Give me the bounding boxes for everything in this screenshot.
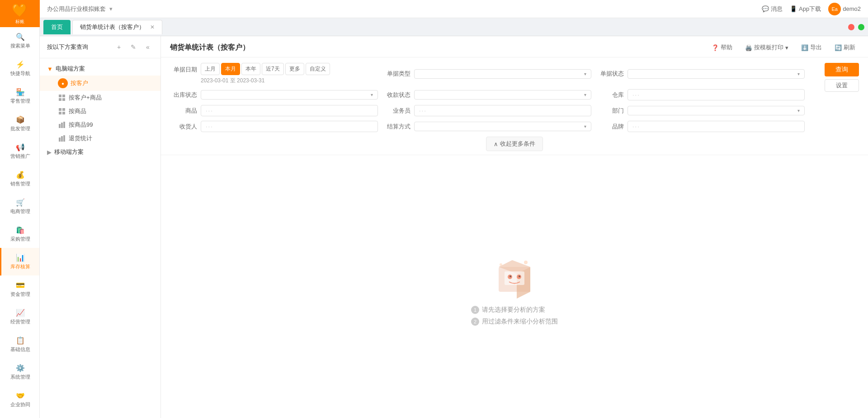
sidebar-item-operations[interactable]: 📈 经营管理 bbox=[0, 303, 39, 331]
date-btn-7days[interactable]: 近7天 bbox=[262, 63, 284, 75]
sidebar-item-cooperation[interactable]: 🤝 企业协同 bbox=[0, 386, 39, 413]
query-button[interactable]: 查询 bbox=[825, 63, 859, 76]
order-status-select[interactable]: ▾ bbox=[627, 69, 805, 79]
sidebar-item-ecommerce[interactable]: 🛒 电商管理 bbox=[0, 193, 39, 220]
empty-hint-2: 2 用过滤条件来缩小分析范围 bbox=[471, 318, 558, 326]
add-scheme-button[interactable]: + bbox=[113, 42, 124, 52]
settlement-arrow-icon: ▾ bbox=[584, 124, 586, 129]
print-dropdown-icon: ▾ bbox=[785, 44, 788, 51]
sidebar-item-retail[interactable]: 🏪 零售管理 bbox=[0, 82, 39, 110]
salesperson-input[interactable]: ··· bbox=[414, 105, 591, 116]
msg-button[interactable]: 💬 消息 bbox=[762, 5, 783, 13]
sidebar-label-quick-nav: 快捷导航 bbox=[10, 70, 30, 77]
tab-home[interactable]: 首页 bbox=[43, 20, 71, 34]
sidebar-label-purchase: 采购管理 bbox=[10, 236, 30, 242]
sidebar-item-search[interactable]: 🔍 搜索菜单 bbox=[0, 27, 39, 55]
tree-parent-mobile[interactable]: ▶ 移动端方案 bbox=[40, 145, 160, 159]
tree-child-by-customer-product[interactable]: 按客户+商品 bbox=[40, 91, 160, 104]
window-close-button[interactable]: ✕ bbox=[848, 24, 854, 30]
inventory-icon: 📊 bbox=[16, 253, 25, 262]
date-btn-last-month[interactable]: 上月 bbox=[201, 63, 220, 75]
date-btn-this-year[interactable]: 本年 bbox=[241, 63, 260, 75]
order-status-label: 单据状态 bbox=[597, 70, 624, 78]
brand-label: 品牌 bbox=[597, 123, 624, 131]
receiver-input[interactable]: ··· bbox=[201, 121, 378, 132]
grid-icon-2 bbox=[58, 107, 66, 115]
sidebar-label-cooperation: 企业协同 bbox=[10, 401, 30, 408]
sidebar-item-system[interactable]: ⚙️ 系统管理 bbox=[0, 358, 39, 386]
tree-arrow-pc: ▼ bbox=[47, 66, 53, 72]
tree-parent-pc-label: 电脑端方案 bbox=[56, 65, 85, 73]
order-type-arrow-icon: ▾ bbox=[584, 71, 586, 76]
edit-scheme-button[interactable]: ✎ bbox=[128, 42, 139, 52]
collapse-up-icon: ∧ bbox=[494, 141, 498, 147]
collapse-button[interactable]: ∧ 收起更多条件 bbox=[486, 137, 543, 151]
help-label: 帮助 bbox=[721, 43, 732, 52]
settings-button[interactable]: 设置 bbox=[825, 79, 859, 92]
receipt-status-select[interactable]: ▾ bbox=[414, 90, 591, 100]
order-type-filter-cell: 单据类型 ▾ bbox=[383, 63, 591, 85]
sidebar-item-wholesale[interactable]: 📦 批发管理 bbox=[0, 110, 39, 138]
tab-sales-stats[interactable]: 销货单统计表（按客户） ✕ bbox=[72, 20, 162, 34]
date-btn-this-month[interactable]: 本月 bbox=[221, 63, 240, 75]
order-type-select[interactable]: ▾ bbox=[414, 69, 591, 79]
out-status-select[interactable]: ▾ bbox=[201, 90, 378, 100]
svg-rect-6 bbox=[59, 112, 61, 114]
product-input[interactable]: ··· bbox=[201, 105, 378, 116]
tree-child-by-customer[interactable]: ● 按客户 bbox=[40, 76, 160, 91]
tree-parent-mobile-label: 移动端方案 bbox=[54, 148, 84, 156]
header-left: 办公用品行业模拟账套 ▾ bbox=[47, 5, 113, 13]
tree-child-by-product[interactable]: 按商品 bbox=[40, 104, 160, 118]
receiver-dots: ··· bbox=[206, 123, 213, 130]
sidebar-item-inventory[interactable]: 📊 库存核算 bbox=[0, 248, 39, 276]
refresh-button[interactable]: 🔄 刷新 bbox=[831, 42, 859, 53]
tree-child-return-stats[interactable]: 退货统计 bbox=[40, 132, 160, 145]
sidebar-item-purchase[interactable]: 🛍️ 采购管理 bbox=[0, 220, 39, 248]
basic-icon: 📋 bbox=[16, 336, 25, 345]
date-controls: 上月 本月 本年 近7天 更多 自定义 2023-03-01 至 2023-03… bbox=[201, 63, 330, 85]
main-container: 办公用品行业模拟账套 ▾ 💬 消息 📱 App下载 Ea demo2 首页 bbox=[40, 0, 868, 418]
department-select[interactable]: ▾ bbox=[627, 106, 805, 115]
page-title-bar: 销货单统计表（按客户） ❓ 帮助 🖨️ 按模板打印 ▾ ⬇️ 导出 bbox=[161, 36, 868, 57]
warehouse-input[interactable]: ··· bbox=[627, 89, 805, 100]
left-panel-actions: + ✎ « bbox=[113, 42, 153, 52]
svg-rect-4 bbox=[59, 108, 61, 111]
salesperson-dots: ··· bbox=[419, 107, 427, 114]
sidebar-item-marketing[interactable]: 📢 营销推广 bbox=[0, 138, 39, 165]
avatar: Ea bbox=[828, 3, 841, 15]
filter-section: 单据日期 上月 本月 本年 近7天 更多 自定义 2023-03-01 至 20… bbox=[161, 57, 868, 155]
tree-child-by-product-99[interactable]: 按商品99 bbox=[40, 118, 160, 132]
department-arrow-icon: ▾ bbox=[797, 108, 800, 113]
bar-icon-1 bbox=[58, 121, 66, 129]
page-title: 销货单统计表（按客户） bbox=[170, 43, 250, 52]
sidebar-item-quick-nav[interactable]: ⚡ 快捷导航 bbox=[0, 55, 39, 82]
date-btn-custom[interactable]: 自定义 bbox=[306, 63, 330, 75]
help-button[interactable]: ❓ 帮助 bbox=[708, 42, 736, 53]
left-panel-header: 按以下方案查询 + ✎ « bbox=[40, 36, 160, 58]
cooperation-icon: 🤝 bbox=[16, 391, 25, 400]
tree-parent-pc[interactable]: ▼ 电脑端方案 bbox=[40, 62, 160, 76]
print-button[interactable]: 🖨️ 按模板打印 ▾ bbox=[741, 42, 792, 53]
sidebar-item-newuser[interactable]: 🎯 新手引导 bbox=[0, 413, 39, 418]
date-btn-more[interactable]: 更多 bbox=[285, 63, 304, 75]
brand-input[interactable]: ··· bbox=[627, 121, 805, 132]
tab-sales-stats-label: 销货单统计表（按客户） bbox=[80, 23, 145, 31]
export-button[interactable]: ⬇️ 导出 bbox=[797, 42, 826, 53]
sidebar-item-finance[interactable]: 💳 资金管理 bbox=[0, 276, 39, 303]
sidebar-item-basic[interactable]: 📋 基础信息 bbox=[0, 331, 39, 358]
app-logo[interactable]: 🧡 标账 bbox=[0, 0, 40, 27]
empty-hint-2-text: 用过滤条件来缩小分析范围 bbox=[482, 318, 558, 326]
selected-scheme-icon: ● bbox=[58, 78, 68, 88]
header-dropdown-icon[interactable]: ▾ bbox=[109, 5, 113, 12]
app-download-button[interactable]: 📱 App下载 bbox=[790, 5, 821, 13]
edit-icon: ✎ bbox=[131, 43, 136, 51]
order-status-filter-cell: 单据状态 ▾ bbox=[597, 63, 805, 85]
ecommerce-icon: 🛒 bbox=[16, 198, 25, 207]
sidebar-item-sales[interactable]: 💰 销售管理 bbox=[0, 165, 39, 193]
tab-close-icon[interactable]: ✕ bbox=[150, 24, 155, 30]
window-maximize-button[interactable]: ⛶ bbox=[858, 24, 864, 30]
user-profile[interactable]: Ea demo2 bbox=[828, 3, 861, 15]
collapse-panel-button[interactable]: « bbox=[142, 42, 153, 52]
receipt-status-label: 收款状态 bbox=[383, 91, 410, 99]
settlement-select[interactable]: ▾ bbox=[414, 122, 591, 131]
